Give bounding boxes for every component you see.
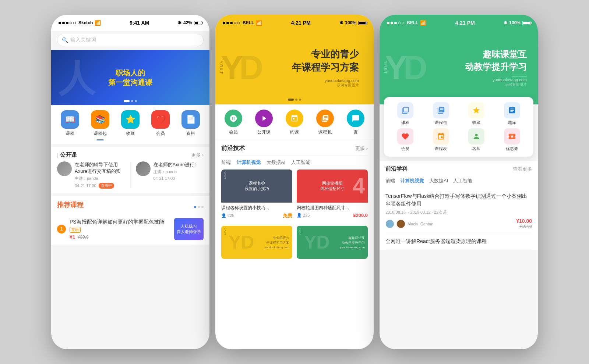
nav3-course[interactable]: 课程 — [397, 102, 413, 125]
search-placeholder-1: 输入关键词 — [70, 37, 96, 43]
banner-3: Y D YDKT 趣味课堂互动教学提升学习 yunduoketang.com 示… — [380, 31, 538, 104]
nav3-favorites-icon — [468, 102, 484, 118]
wifi-icon-3: 📶 — [420, 20, 426, 26]
nav3-question-icon — [504, 102, 520, 118]
yd-letters-3: Y D — [385, 51, 427, 84]
tab-bigdata-2[interactable]: 大数据AI — [267, 159, 285, 166]
price-new: ¥1 — [70, 234, 75, 240]
nav-item-favorites[interactable]: ⭐ 收藏 — [121, 110, 140, 140]
status-bar-1: Sketch 📶 9:41 AM ✱ 42% — [51, 15, 209, 31]
status-left-3: BELL 📶 — [387, 20, 426, 26]
nav-item-member[interactable]: ❤️ 会员 — [151, 110, 170, 140]
member-icon: ❤️ — [151, 110, 170, 129]
section3-header: 前沿学科 查看更多 — [385, 161, 532, 175]
course3-card-1[interactable]: TensorFlow与Flask结合打造手写体数字识别通过一个小案例出串联各组件… — [385, 188, 532, 233]
nav2-booking[interactable]: 约课 — [286, 110, 303, 135]
nav3-package[interactable]: 课程包 — [433, 102, 449, 125]
section3-more[interactable]: 查看更多 — [513, 166, 532, 172]
banner-1: 人 职场人的 第一堂沟通课 — [51, 50, 209, 105]
status-bar-2: BELL 📶 4:21 PM ✱ 100% — [215, 15, 374, 31]
grid-card-4[interactable]: 趣味课堂互动教学提升学习yunduoketang.com YDKT YD — [297, 226, 368, 259]
course-card-2[interactable]: 在老师的Axure进行: 主讲：panda 04-21 17:00 — [136, 161, 204, 189]
grid-card-title-2: 网校轮播图四种适配尺寸... — [297, 205, 368, 211]
banner-website-2: yunduoketang.com — [292, 78, 359, 83]
nav3-schedule-label: 课程表 — [435, 146, 447, 151]
thumb-text-2: 网校轮播图四种适配尺寸 — [318, 178, 347, 194]
nav3-schedule[interactable]: 课程表 — [433, 128, 449, 151]
battery-text-3: 100% — [509, 20, 521, 25]
nav2-booking-icon — [286, 110, 303, 127]
battery-icon-1 — [194, 21, 202, 25]
nav-card-3: 课程 课程包 收藏 题 — [384, 97, 533, 157]
nav-item-course[interactable]: 📖 课程 — [61, 110, 79, 140]
section2-header: 前沿技术 更多 › — [221, 139, 368, 156]
bluetooth-icon-3: ✱ — [504, 20, 507, 25]
nav3-member[interactable]: 会员 — [397, 128, 413, 151]
banner-title-2: 专业的青少年课程学习方案 — [292, 47, 359, 74]
section-3: 前沿学科 查看更多 前端 计算机视觉 大数据AI 人工智能 TensorFlow… — [380, 161, 538, 250]
grid-card-1[interactable]: 课程名称设置的小技巧 YDKT 课程名称设置的小技巧... 👤 225 免费 — [221, 169, 292, 221]
tab-frontend-3[interactable]: 前端 — [385, 178, 395, 184]
nav-item-material[interactable]: 📄 资料 — [181, 110, 200, 140]
course3-card-2[interactable]: 全网唯一讲解React服务器端渲染原理的课程 — [385, 233, 532, 250]
carrier-2: BELL — [243, 20, 254, 25]
nav-item-package[interactable]: 📚 课程包 — [91, 110, 109, 140]
nav2-public[interactable]: 公开课 — [255, 110, 273, 135]
grid-card-3[interactable]: 专业的青少年课程学习方案yunduoketang.com YDKT YD — [221, 226, 292, 259]
courses-grid-2: 课程名称设置的小技巧 YDKT 课程名称设置的小技巧... 👤 225 免费 网… — [215, 169, 374, 265]
s2-dot-4 — [234, 22, 236, 24]
search-input-1[interactable]: 🔍 输入关键词 — [57, 34, 204, 46]
phone-1: Sketch 📶 9:41 AM ✱ 42% 🔍 输入关键词 人 — [51, 15, 209, 349]
course3-title-1: TensorFlow与Flask结合打造手写体数字识别通过一个小案例出串联各组件… — [385, 192, 532, 208]
course3-meta-1: 2018.08.16 ~ 2019.03.12 · 22次课 — [385, 210, 532, 215]
banner-sub-3: yunduoketang.com 示例专用图片 — [465, 76, 527, 87]
nav3-course-label: 课程 — [401, 120, 409, 125]
nav2-material[interactable]: 资 — [347, 110, 364, 135]
tab-cv-2[interactable]: 计算机视觉 — [237, 159, 261, 166]
nav-label-material: 资料 — [186, 131, 195, 137]
tab-frontend-2[interactable]: 前端 — [221, 159, 231, 166]
tab-cv-3[interactable]: 计算机视觉 — [400, 178, 424, 184]
nav3-question[interactable]: 题库 — [504, 102, 520, 125]
nav3-coupon-icon — [504, 128, 520, 144]
recommend-dots — [194, 206, 204, 208]
time-2: 4:21 PM — [291, 20, 311, 26]
divider-1 — [51, 144, 209, 147]
signal-dot-2 — [62, 22, 65, 24]
recommend-section: 推荐课程 1 PS海报配色详解如何更好的掌握配色技能 英语 ¥1 ¥39.9 — [51, 196, 209, 245]
section2-more[interactable]: 更多 › — [355, 145, 368, 152]
grid-thumb-1: 课程名称设置的小技巧 YDKT — [221, 169, 292, 203]
nav3-favorites[interactable]: 收藏 — [468, 102, 484, 125]
nav3-teacher-icon — [468, 128, 484, 144]
bdot-active-2 — [288, 99, 294, 101]
recommend-card[interactable]: 1 PS海报配色详解如何更好的掌握配色技能 英语 ¥1 ¥39.9 人机练习真人… — [57, 218, 204, 240]
tab-ai-2[interactable]: 人工智能 — [291, 159, 310, 166]
status-right-1: ✱ 42% — [178, 20, 202, 25]
status-right-3: ✱ 100% — [504, 20, 530, 25]
grid-card-2[interactable]: 网校轮播图四种适配尺寸 4 网校轮播图四种适配尺寸... 👤 225 ¥200.… — [297, 169, 368, 221]
course3-bottom-1: Macly Cantan ¥10.00 ¥10.00 — [385, 218, 532, 228]
nav3-package-label: 课程包 — [435, 120, 447, 125]
wifi-icon-2: 📶 — [256, 20, 262, 26]
tab-bigdata-3[interactable]: 大数据AI — [429, 178, 448, 184]
course-card-1[interactable]: 在老师的辅导下使用Axure进行交互稿的实 主讲：panda 04-21 17:… — [57, 161, 125, 189]
nav-icons-1: 📖 课程 📚 课程包 ⭐ 收藏 ❤️ 会员 📄 资料 — [51, 105, 209, 144]
nav-label-favorites: 收藏 — [126, 131, 135, 137]
signal-dot-4 — [70, 22, 72, 24]
signal-dot-5 — [73, 22, 76, 24]
public-more[interactable]: 更多 › — [191, 152, 204, 158]
nav2-booking-label: 约课 — [290, 129, 299, 135]
s3-dot-3 — [394, 22, 397, 24]
time-1: 9:41 AM — [130, 20, 149, 26]
public-section: | 公开课 更多 › 在老师的辅导下使用Axure进行交互稿的实 主讲：pand… — [51, 147, 209, 193]
tab-ai-3[interactable]: 人工智能 — [453, 178, 472, 184]
nav3-teacher[interactable]: 名师 — [468, 128, 484, 151]
nav2-packages[interactable]: 课程包 — [316, 110, 334, 135]
nav3-schedule-icon — [433, 128, 449, 144]
battery-fill-1 — [195, 22, 198, 24]
nav3-coupon[interactable]: 优惠券 — [504, 128, 520, 151]
search-bar-1: 🔍 输入关键词 — [51, 31, 209, 50]
nav2-member[interactable]: 会员 — [225, 110, 242, 135]
nav3-member-icon — [397, 128, 413, 144]
banner-sample-3: 示例专用图片 — [465, 82, 527, 87]
